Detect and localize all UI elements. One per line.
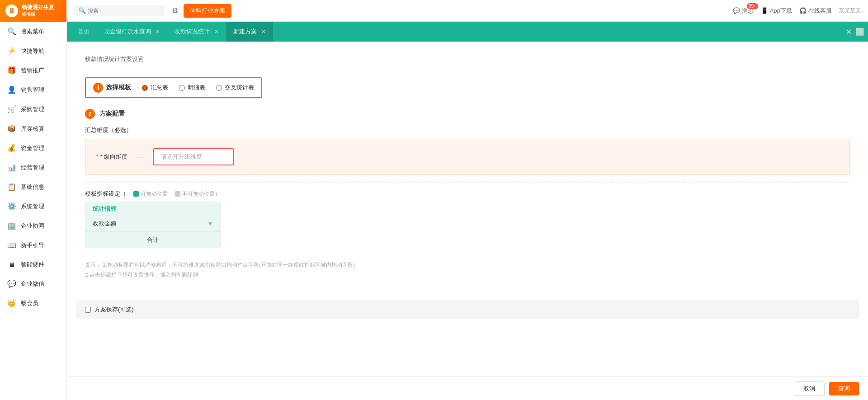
hardware-icon: 🖥 [7, 260, 16, 268]
step2-section: 2 方案配置 汇总维度（必选） * * 纵向维度 — 请选择分组维度 [85, 109, 850, 280]
step1-section: 1 选择模板 汇总表 明细表 [85, 77, 850, 98]
download-icon: 📱 [761, 7, 768, 14]
template-selection: 1 选择模板 汇总表 明细表 [85, 77, 262, 98]
radio-detail-label[interactable]: 明细表 [188, 84, 205, 92]
vertical-dimension-select[interactable]: 请选择分组维度 [153, 148, 234, 165]
step2-title: 方案配置 [99, 110, 125, 118]
radio-cross[interactable]: 交叉统计表 [216, 84, 254, 92]
logo-sub: 标准版 [22, 11, 54, 18]
sidebar-item-system[interactable]: ⚙️ 系统管理 [0, 197, 66, 216]
nav-label: 系统管理 [21, 202, 44, 211]
trial-button[interactable]: 体验行业方案 [184, 4, 231, 18]
search-menu-icon: 🔍 [7, 27, 16, 36]
sidebar-item-finance[interactable]: 💰 资金管理 [0, 138, 66, 158]
radio-detail-input[interactable] [179, 85, 185, 91]
tab-bank-flow[interactable]: 现金银行流水查询 ✕ [97, 22, 167, 42]
sidebar-item-search-menu[interactable]: 🔍 搜索菜单 [0, 22, 66, 41]
sidebar-item-inventory[interactable]: 📦 库存核算 [0, 119, 66, 138]
page-title: 收款情况统计方案设置 [76, 51, 859, 68]
step1-title: 选择模板 [106, 84, 131, 92]
maximize-icon[interactable]: ⬜ [855, 28, 864, 36]
sidebar-item-member[interactable]: 👑 畅会员 [0, 293, 66, 313]
sidebar-item-basic-info[interactable]: 📋 基础信息 [0, 177, 66, 197]
metrics-cell-label: 收款金额 [93, 220, 116, 228]
nav-label: 经营管理 [21, 164, 44, 172]
tab-receipt-stats-label: 收款情况统计 [175, 28, 210, 36]
sidebar-item-marketing[interactable]: 🎁 营销推广 [0, 61, 66, 80]
message-button[interactable]: 💬 消息 99+ [733, 7, 754, 15]
topbar-right: 💬 消息 99+ 📱 App下载 🎧 在线客服 某某某某 [733, 7, 861, 15]
save-checkbox[interactable] [85, 307, 91, 313]
metrics-table: 统计指标 收款金额 ▼ 合计 [85, 202, 221, 248]
sidebar-nav: 🔍 搜索菜单 ⚡ 快捷导航 🎁 营销推广 👤 销售管理 🛒 采购管理 📦 库存核… [0, 22, 66, 400]
content-area: 收款情况统计方案设置 1 选择模板 汇总表 [67, 42, 868, 376]
message-badge: 99+ [747, 3, 758, 9]
metrics-cell-amount[interactable]: 收款金额 ▼ [85, 216, 220, 232]
settings-icon[interactable]: ⚙ [172, 6, 178, 15]
radio-cross-input[interactable] [216, 85, 222, 91]
tab-bank-flow-close[interactable]: ✕ [156, 28, 160, 35]
close-window-icon[interactable]: ✕ [846, 28, 852, 36]
radio-summary-input[interactable] [142, 85, 148, 91]
nav-label: 企业微信 [21, 280, 44, 288]
sidebar-item-quick-nav[interactable]: ⚡ 快捷导航 [0, 41, 66, 61]
sidebar: 8 畅捷通好生意 标准版 🔍 搜索菜单 ⚡ 快捷导航 🎁 营销推广 👤 销售管理… [0, 0, 67, 400]
step2-header: 2 方案配置 [85, 109, 850, 119]
radio-cross-label[interactable]: 交叉统计表 [225, 84, 254, 92]
sidebar-item-wechat[interactable]: 💬 企业微信 [0, 274, 66, 293]
operations-icon: 📊 [7, 163, 16, 172]
nav-label: 搜索菜单 [21, 28, 44, 36]
tab-home[interactable]: 首页 [71, 22, 97, 42]
step1-num: 1 [93, 83, 103, 93]
tab-home-label: 首页 [78, 28, 90, 36]
arrow-icon: — [137, 153, 144, 161]
logo-area: 8 畅捷通好生意 标准版 [0, 0, 66, 22]
sidebar-item-guide[interactable]: 📖 新手引导 [0, 235, 66, 255]
sidebar-item-purchase[interactable]: 🛒 采购管理 [0, 99, 66, 119]
tab-receipt-stats[interactable]: 收款情况统计 ✕ [167, 22, 226, 42]
cancel-button[interactable]: 取消 [794, 381, 825, 396]
inventory-icon: 📦 [7, 124, 16, 133]
tab-new-plan[interactable]: 新建方案 ✕ [226, 22, 273, 42]
message-icon: 💬 [733, 7, 740, 14]
sidebar-item-enterprise[interactable]: 🏢 企业协同 [0, 216, 66, 235]
nav-label: 采购管理 [21, 105, 44, 113]
sidebar-item-hardware[interactable]: 🖥 智能硬件 [0, 255, 66, 274]
service-button[interactable]: 🎧 在线客服 [799, 7, 832, 15]
save-option: 方案保存(可选) [76, 300, 859, 319]
download-label: App下载 [770, 7, 792, 15]
search-input[interactable] [88, 8, 156, 14]
non-draggable-label: 不可拖动位置） [182, 190, 220, 198]
sales-icon: 👤 [7, 85, 16, 94]
topbar: 🔍 ⚙ 体验行业方案 💬 消息 99+ 📱 App下载 🎧 在线客服 某某某某 [67, 0, 868, 22]
logo-icon: 8 [5, 5, 18, 17]
step2-num: 2 [85, 109, 95, 119]
step1-header: 1 选择模板 汇总表 明细表 [85, 77, 850, 98]
dropdown-icon[interactable]: ▼ [208, 221, 213, 227]
draggable-label: 可拖动位置 [141, 190, 168, 198]
download-button[interactable]: 📱 App下载 [761, 7, 792, 15]
draggable-dot [133, 191, 139, 197]
radio-summary[interactable]: 汇总表 [142, 84, 168, 92]
user-name: 某某某某 [839, 7, 861, 14]
tab-new-plan-close[interactable]: ✕ [261, 28, 266, 35]
radio-summary-label[interactable]: 汇总表 [151, 84, 168, 92]
non-draggable-dot [175, 191, 180, 197]
purchase-icon: 🛒 [7, 105, 16, 113]
guide-icon: 📖 [7, 241, 16, 249]
metrics-header: 统计指标 [85, 202, 220, 216]
save-label[interactable]: 方案保存(可选) [94, 306, 134, 314]
vertical-dimension-row: * * 纵向维度 — 请选择分组维度 [96, 148, 839, 165]
radio-detail[interactable]: 明细表 [179, 84, 205, 92]
main-area: 🔍 ⚙ 体验行业方案 💬 消息 99+ 📱 App下载 🎧 在线客服 某某某某 … [67, 0, 868, 400]
tab-receipt-stats-close[interactable]: ✕ [214, 28, 219, 35]
tabbar-actions: ✕ ⬜ [846, 28, 864, 36]
nav-label: 基础信息 [21, 183, 44, 191]
sidebar-item-sales[interactable]: 👤 销售管理 [0, 80, 66, 99]
sidebar-item-operations[interactable]: 📊 经营管理 [0, 158, 66, 177]
nav-label: 营销推广 [21, 66, 44, 75]
query-button[interactable]: 查询 [829, 382, 859, 395]
system-icon: ⚙️ [7, 202, 16, 211]
service-label: 在线客服 [808, 7, 832, 15]
search-box[interactable]: 🔍 [74, 5, 165, 16]
